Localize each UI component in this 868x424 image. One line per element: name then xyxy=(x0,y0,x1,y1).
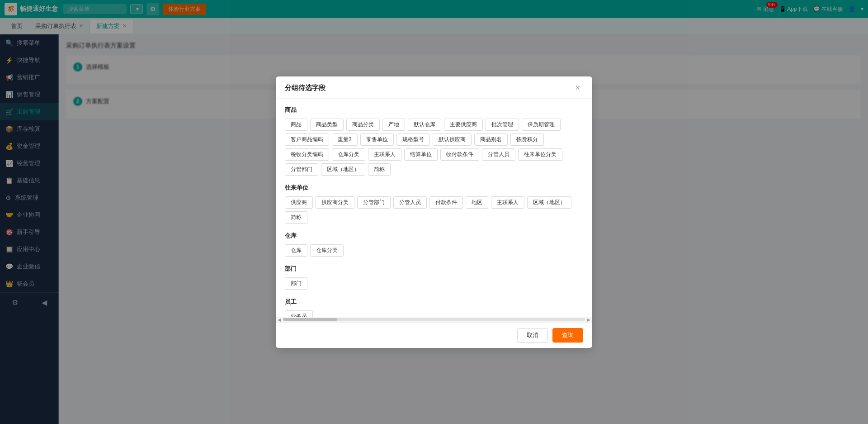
field-tag[interactable]: 拣货积分 xyxy=(510,133,544,146)
section-department: 部门 部门 xyxy=(285,265,583,290)
field-tag[interactable]: 区域（地区） xyxy=(321,163,365,176)
field-tag[interactable]: 主联系人 xyxy=(368,148,401,161)
department-tags: 部门 xyxy=(285,277,583,290)
field-tag[interactable]: 默认仓库 xyxy=(408,119,441,131)
field-tag[interactable]: 业务员 xyxy=(285,310,313,317)
field-tag[interactable]: 税收分类编码 xyxy=(285,148,329,161)
field-tag[interactable]: 分管部门 xyxy=(357,196,391,209)
section-employee-title: 员工 xyxy=(285,298,583,306)
employee-tags: 业务员 xyxy=(285,310,583,317)
field-tag[interactable]: 客户商品编码 xyxy=(285,133,329,146)
partner-tags: 供应商 供应商分类 分管部门 分管人员 付款条件 地区 主联系人 区域（地区） … xyxy=(285,196,583,224)
modal-footer: 取消 查询 xyxy=(276,322,592,348)
field-tag[interactable]: 仓库分类 xyxy=(310,244,344,257)
field-tag[interactable]: 批次管理 xyxy=(486,119,519,131)
modal-close-btn[interactable]: × xyxy=(572,83,583,94)
field-tag[interactable]: 商品别名 xyxy=(474,133,508,146)
scroll-left-arrow[interactable]: ◀ xyxy=(278,317,281,322)
section-warehouse-title: 仓库 xyxy=(285,232,583,240)
field-select-modal: 分组待选字段 × 商品 商品 商品类型 商品分类 产地 默认仓库 主要供应商 批… xyxy=(276,76,592,348)
goods-tags: 商品 商品类型 商品分类 产地 默认仓库 主要供应商 批次管理 保质期管理 客户… xyxy=(285,119,583,176)
warehouse-tags: 仓库 仓库分类 xyxy=(285,244,583,257)
field-tag[interactable]: 往来单位分类 xyxy=(518,148,562,161)
field-tag[interactable]: 商品分类 xyxy=(346,119,380,131)
section-goods-title: 商品 xyxy=(285,106,583,114)
field-tag[interactable]: 默认供应商 xyxy=(433,133,472,146)
field-tag[interactable]: 产地 xyxy=(382,119,405,131)
field-tag[interactable]: 区域（地区） xyxy=(527,196,571,209)
field-tag[interactable]: 商品类型 xyxy=(310,119,344,131)
modal-title: 分组待选字段 xyxy=(285,84,326,92)
cancel-button[interactable]: 取消 xyxy=(517,328,548,343)
field-tag[interactable]: 简称 xyxy=(368,163,391,176)
field-tag[interactable]: 简称 xyxy=(285,211,307,224)
scroll-right-arrow[interactable]: ▶ xyxy=(587,317,590,322)
field-tag[interactable]: 商品 xyxy=(285,119,307,131)
section-employee: 员工 业务员 xyxy=(285,298,583,317)
field-tag[interactable]: 供应商 xyxy=(285,196,313,209)
section-department-title: 部门 xyxy=(285,265,583,273)
field-tag[interactable]: 地区 xyxy=(466,196,488,209)
field-tag[interactable]: 分管人员 xyxy=(393,196,427,209)
section-goods: 商品 商品 商品类型 商品分类 产地 默认仓库 主要供应商 批次管理 保质期管理… xyxy=(285,106,583,176)
field-tag[interactable]: 主要供应商 xyxy=(444,119,483,131)
field-tag[interactable]: 零售单位 xyxy=(360,133,394,146)
confirm-button[interactable]: 查询 xyxy=(552,328,583,343)
field-tag[interactable]: 分管部门 xyxy=(285,163,318,176)
field-tag[interactable]: 分管人员 xyxy=(482,148,515,161)
section-warehouse: 仓库 仓库 仓库分类 xyxy=(285,232,583,257)
field-tag[interactable]: 结算单位 xyxy=(404,148,438,161)
modal-hscrollbar[interactable]: ◀ ▶ xyxy=(276,317,592,322)
hscroll-thumb xyxy=(283,318,337,321)
modal-header: 分组待选字段 × xyxy=(276,76,592,99)
field-tag[interactable]: 收付款条件 xyxy=(440,148,479,161)
field-tag[interactable]: 付款条件 xyxy=(429,196,463,209)
section-partner: 往来单位 供应商 供应商分类 分管部门 分管人员 付款条件 地区 主联系人 区域… xyxy=(285,184,583,224)
field-tag[interactable]: 重量3 xyxy=(332,133,358,146)
field-tag[interactable]: 供应商分类 xyxy=(316,196,354,209)
field-tag[interactable]: 主联系人 xyxy=(491,196,524,209)
modal-overlay: 分组待选字段 × 商品 商品 商品类型 商品分类 产地 默认仓库 主要供应商 批… xyxy=(0,0,868,424)
hscroll-track xyxy=(283,318,585,321)
field-tag[interactable]: 仓库分类 xyxy=(332,148,365,161)
modal-body: 商品 商品 商品类型 商品分类 产地 默认仓库 主要供应商 批次管理 保质期管理… xyxy=(276,99,592,317)
section-partner-title: 往来单位 xyxy=(285,184,583,192)
field-tag[interactable]: 保质期管理 xyxy=(522,119,561,131)
field-tag[interactable]: 仓库 xyxy=(285,244,307,257)
field-tag[interactable]: 规格型号 xyxy=(396,133,430,146)
field-tag[interactable]: 部门 xyxy=(285,277,307,290)
